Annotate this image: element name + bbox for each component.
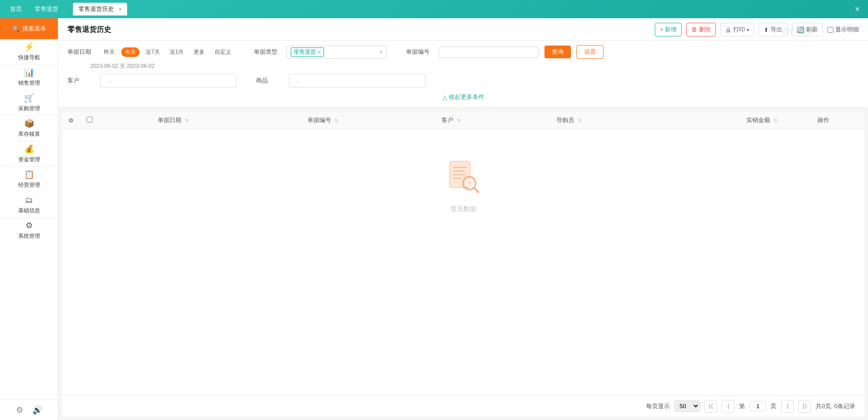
new-button[interactable]: + 新增 — [655, 23, 682, 36]
page-title: 零售退货历史 — [67, 25, 111, 35]
main-content: 零售退货历史 + 新增 🗑 删除 🖨 打印 ▾ ⬆ 导出 🔄 刷新 — [58, 18, 868, 420]
doc-type-chevron-icon: ▾ — [380, 49, 383, 55]
show-detail-toggle[interactable]: 显示明细 — [827, 26, 859, 34]
empty-illustration — [443, 157, 484, 198]
doc-no-input[interactable] — [439, 46, 539, 58]
delete-button[interactable]: 🗑 删除 — [686, 23, 716, 36]
settings-icon[interactable]: ⚙ — [16, 405, 23, 415]
date-filters: 昨天 今天 近7天 近1月 更多 自定义 — [100, 47, 235, 57]
close-retail-return-history-tab[interactable]: × — [118, 6, 121, 12]
date-7days-btn[interactable]: 近7天 — [142, 47, 164, 57]
sort-amount-icon[interactable]: ⇅ — [774, 118, 777, 123]
svg-rect-3 — [453, 174, 466, 175]
select-all-checkbox[interactable] — [87, 117, 92, 123]
header-actions: + 新增 🗑 删除 🖨 打印 ▾ ⬆ 导出 🔄 刷新 显示明细 — [655, 23, 859, 36]
table-header-row: ⚙ 单据日期 ⇅ 单据编号 ⇅ — [62, 112, 864, 129]
customer-select[interactable]: ... — [100, 74, 237, 87]
lightning-icon: ⚡ — [24, 42, 34, 52]
close-retail-return-tab[interactable]: × — [63, 6, 66, 12]
export-icon: ⬆ — [764, 26, 769, 33]
goods-filter-label: 商品 — [256, 77, 283, 85]
print-icon: 🖨 — [725, 26, 731, 33]
date-range-display: 2023-06-02 至 2023-06-02 — [67, 62, 859, 70]
box-icon: 📦 — [24, 118, 34, 128]
chevron-up-icon: △ — [442, 94, 447, 101]
sidebar-bottom: ⚙ 🔊 — [0, 399, 58, 420]
query-button[interactable]: 查询 — [544, 46, 571, 58]
filter-area: 单据日期 昨天 今天 近7天 近1月 更多 自定义 单据类型 零售退货 × ▾ — [58, 41, 868, 108]
page-last-btn[interactable]: ⟩⟩ — [798, 400, 811, 413]
refresh-button[interactable]: 🔄 刷新 — [792, 23, 823, 36]
pagination: 每页显示 50 100 200 ⟨⟨ ⟨ 第 1 页 ⟩ ⟩⟩ 共0页, 0条记… — [62, 395, 864, 416]
page-unit: 页 — [770, 402, 776, 410]
per-page-select[interactable]: 50 100 200 — [674, 400, 700, 412]
total-label: 共0页, 0条记录 — [816, 402, 855, 410]
filter-row-2: 客户 ... 商品 ... — [67, 74, 859, 87]
th-doc-no[interactable]: 单据编号 ⇅ — [248, 112, 397, 129]
page-first-btn[interactable]: ⟨⟨ — [704, 400, 717, 413]
doc-type-label: 单据类型 — [254, 48, 281, 56]
customer-placeholder: ... — [104, 76, 114, 86]
sidebar-item-finance[interactable]: 💰 资金管理 — [0, 141, 58, 167]
date-more-btn[interactable]: 更多 — [190, 47, 208, 57]
sidebar-search[interactable]: 🔍 搜索菜单 — [0, 18, 58, 39]
date-custom-btn[interactable]: 自定义 — [211, 47, 235, 57]
collapse-conditions-btn[interactable]: △ 收起更多条件 — [67, 91, 859, 103]
gear-icon: ⚙ — [26, 220, 33, 230]
th-actual-amount[interactable]: 实销金额 ⇅ — [633, 112, 782, 129]
column-settings-icon[interactable]: ⚙ — [68, 117, 74, 124]
folder-icon: 🗂 — [25, 195, 33, 205]
audio-icon[interactable]: 🔊 — [32, 405, 42, 415]
data-table: ⚙ 单据日期 ⇅ 单据编号 ⇅ — [62, 112, 864, 129]
empty-state: 暂无数据 — [62, 129, 864, 241]
sidebar-item-operations[interactable]: 📋 经营管理 — [0, 167, 58, 192]
sort-customer-icon[interactable]: ⇅ — [457, 118, 461, 123]
tab-home[interactable]: 首页 — [5, 5, 27, 13]
date-filter-label: 单据日期 — [67, 48, 95, 56]
sidebar-item-inventory[interactable]: 📦 库存核算 — [0, 116, 58, 141]
sort-doc-date-icon[interactable]: ⇅ — [185, 118, 189, 123]
table-area: ⚙ 单据日期 ⇅ 单据编号 ⇅ — [62, 112, 864, 416]
page-prev-btn[interactable]: ⟨ — [722, 400, 734, 413]
svg-rect-2 — [453, 170, 464, 172]
date-1month-btn[interactable]: 近1月 — [166, 47, 188, 57]
set-button[interactable]: 设置 — [576, 45, 604, 59]
page-label: 第 — [739, 402, 745, 410]
date-today-btn[interactable]: 今天 — [121, 47, 139, 57]
sidebar-item-quick-nav[interactable]: ⚡ 快捷导航 — [0, 39, 58, 65]
sidebar-item-purchase-mgmt[interactable]: 🛒 采购管理 — [0, 90, 58, 116]
svg-rect-1 — [453, 167, 467, 168]
customer-filter-label: 客户 — [67, 77, 95, 85]
page-next-btn[interactable]: ⟩ — [781, 400, 794, 413]
doc-type-tag-close[interactable]: × — [318, 49, 320, 55]
sidebar-item-basic-info[interactable]: 🗂 基础信息 — [0, 192, 58, 218]
sidebar: 🔍 搜索菜单 ⚡ 快捷导航 📊 销售管理 🛒 采购管理 📦 库存核算 💰 资金管… — [0, 18, 58, 420]
tab-retail-return[interactable]: 零售退货 × — [29, 3, 71, 15]
date-yesterday-btn[interactable]: 昨天 — [100, 47, 118, 57]
page-number-input[interactable]: 1 — [750, 401, 766, 411]
page-header: 零售退货历史 + 新增 🗑 删除 🖨 打印 ▾ ⬆ 导出 🔄 刷新 — [58, 18, 868, 41]
sidebar-item-sales-mgmt[interactable]: 📊 销售管理 — [0, 65, 58, 90]
tab-retail-return-history[interactable]: 零售退货历史 × — [73, 3, 127, 15]
sidebar-item-sys-mgmt[interactable]: ⚙ 系统管理 — [0, 218, 58, 243]
th-checkbox[interactable] — [80, 112, 98, 129]
th-guide[interactable]: 导购员 ⇅ — [505, 112, 633, 129]
sort-guide-icon[interactable]: ⇅ — [578, 118, 581, 123]
empty-text: 暂无数据 — [451, 205, 476, 213]
per-page-label: 每页显示 — [646, 402, 670, 410]
export-button[interactable]: ⬆ 导出 — [759, 23, 787, 36]
th-doc-date[interactable]: 单据日期 ⇅ — [98, 112, 248, 129]
doc-type-tag[interactable]: 零售退货 × — [291, 47, 324, 57]
money-icon: 💰 — [24, 144, 34, 154]
svg-rect-4 — [453, 178, 462, 179]
goods-select[interactable]: ... — [289, 74, 426, 87]
th-settings[interactable]: ⚙ — [62, 112, 80, 129]
print-chevron-icon: ▾ — [747, 27, 749, 32]
doc-type-select[interactable]: 零售退货 × ▾ — [287, 46, 387, 59]
th-customer[interactable]: 客户 ⇅ — [398, 112, 505, 129]
app-close-button[interactable]: × — [851, 5, 863, 14]
print-button[interactable]: 🖨 打印 ▾ — [720, 23, 754, 36]
show-detail-checkbox[interactable] — [827, 27, 833, 33]
sort-doc-no-icon[interactable]: ⇅ — [334, 118, 338, 123]
filter-row-1: 单据日期 昨天 今天 近7天 近1月 更多 自定义 单据类型 零售退货 × ▾ — [67, 45, 859, 59]
